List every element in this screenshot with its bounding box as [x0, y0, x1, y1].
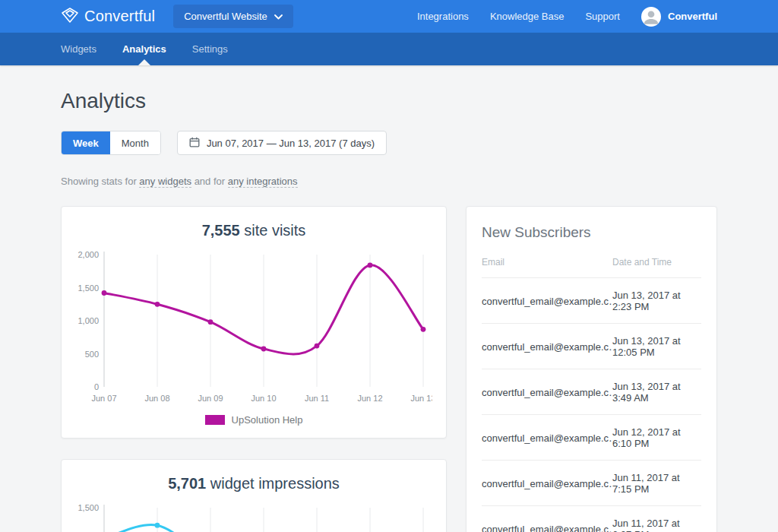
- stats-prefix: Showing stats for: [61, 176, 137, 187]
- subscriber-date: Jun 11, 2017 at 7:15 PM: [612, 472, 701, 495]
- date-range-label: Jun 07, 2017 — Jun 13, 2017 (7 days): [207, 138, 375, 149]
- subscriber-date: Jun 13, 2017 at 3:49 AM: [612, 381, 701, 404]
- week-button[interactable]: Week: [62, 131, 110, 154]
- tab-widgets[interactable]: Widgets: [61, 33, 96, 65]
- range-controls: Week Month Jun 07, 2017 — Jun 13, 2017 (…: [61, 131, 717, 155]
- date-range-picker[interactable]: Jun 07, 2017 — Jun 13, 2017 (7 days): [177, 131, 387, 155]
- subscriber-date: Jun 12, 2017 at 6:10 PM: [612, 426, 701, 449]
- week-month-toggle: Week Month: [61, 131, 161, 155]
- site-visits-chart: 05001,0001,5002,000Jun 07Jun 08Jun 09Jun…: [77, 247, 431, 411]
- table-row: convertful_email@example.c…Jun 13, 2017 …: [482, 369, 701, 415]
- site-selector-label: Convertful Website: [184, 11, 267, 22]
- svg-text:Jun 12: Jun 12: [357, 394, 382, 403]
- header-nav: Integrations Knowledge Base Support Conv…: [417, 7, 717, 27]
- svg-text:1,500: 1,500: [77, 283, 99, 293]
- tab-settings[interactable]: Settings: [192, 33, 228, 65]
- svg-text:Jun 07: Jun 07: [91, 394, 116, 403]
- svg-text:1,000: 1,000: [77, 316, 99, 325]
- new-subscribers-title: New Subscribers: [482, 224, 701, 241]
- nav-link-integrations[interactable]: Integrations: [417, 11, 469, 22]
- email-column-header: Email: [482, 257, 612, 268]
- main-content: Analytics Week Month Jun 07, 2017 — Jun …: [0, 89, 778, 532]
- tab-analytics[interactable]: Analytics: [122, 33, 166, 65]
- subscriber-date: Jun 13, 2017 at 2:23 PM: [612, 290, 701, 312]
- active-tab-caret: [138, 59, 150, 65]
- svg-text:500: 500: [85, 350, 99, 359]
- subscriber-email: convertful_email@example.c…: [482, 341, 612, 353]
- user-name: Convertful: [668, 11, 717, 22]
- widget-impressions-label: widget impressions: [210, 475, 340, 492]
- svg-text:2,000: 2,000: [77, 250, 99, 259]
- widget-impressions-count: 5,701: [168, 475, 206, 492]
- widget-impressions-title: 5,701 widget impressions: [77, 475, 431, 492]
- svg-text:0: 0: [94, 382, 99, 391]
- subscriber-email: convertful_email@example.c…: [482, 478, 612, 489]
- brand-name: Convertful: [84, 8, 155, 25]
- stats-filter-line: Showing stats for any widgets and for an…: [61, 176, 717, 187]
- table-row: convertful_email@example.c…Jun 11, 2017 …: [482, 506, 701, 532]
- new-subscribers-card: New Subscribers Email Date and Time conv…: [466, 206, 717, 532]
- subscriber-email: convertful_email@example.c…: [482, 296, 612, 307]
- svg-text:Jun 09: Jun 09: [198, 394, 223, 403]
- table-row: convertful_email@example.c…Jun 13, 2017 …: [482, 324, 701, 369]
- widget-impressions-chart: 05001,0001,500Jun 07Jun 08Jun 09Jun 10Ju…: [77, 500, 431, 532]
- user-menu[interactable]: Convertful: [641, 7, 717, 27]
- site-selector-dropdown[interactable]: Convertful Website: [173, 5, 293, 28]
- subscriber-date: Jun 11, 2017 at 6:27 PM: [612, 518, 701, 532]
- subscribers-table-header: Email Date and Time: [482, 257, 701, 278]
- widget-impressions-card: 5,701 widget impressions 05001,0001,500J…: [61, 459, 447, 532]
- svg-text:Jun 11: Jun 11: [305, 394, 329, 403]
- nav-link-support[interactable]: Support: [585, 11, 620, 22]
- subscriber-email: convertful_email@example.c…: [482, 432, 612, 444]
- site-visits-count: 7,555: [202, 222, 240, 239]
- stats-middle: and for: [194, 176, 225, 187]
- subscriber-email: convertful_email@example.c…: [482, 387, 612, 398]
- svg-text:1,500: 1,500: [77, 503, 99, 512]
- section-nav: Widgets Analytics Settings: [0, 33, 778, 65]
- table-row: convertful_email@example.c…Jun 11, 2017 …: [482, 461, 701, 506]
- logo[interactable]: Convertful: [61, 7, 155, 27]
- tab-analytics-label: Analytics: [122, 43, 166, 55]
- legend-swatch: [205, 415, 225, 425]
- any-widgets-link[interactable]: any widgets: [139, 176, 191, 188]
- subscriber-date: Jun 13, 2017 at 12:05 PM: [612, 335, 701, 358]
- svg-text:Jun 10: Jun 10: [251, 394, 276, 403]
- site-visits-title: 7,555 site visits: [77, 222, 431, 239]
- logo-gem-icon: [61, 7, 79, 27]
- top-header: Convertful Convertful Website Integratio…: [0, 0, 778, 33]
- subscribers-table-body: convertful_email@example.c…Jun 13, 2017 …: [482, 278, 701, 532]
- table-row: convertful_email@example.c…Jun 13, 2017 …: [482, 278, 701, 324]
- site-visits-label: site visits: [244, 222, 305, 239]
- any-integrations-link[interactable]: any integrations: [228, 176, 298, 188]
- date-column-header: Date and Time: [612, 257, 701, 268]
- month-button[interactable]: Month: [110, 131, 160, 154]
- legend-label: UpSolution Help: [232, 414, 303, 426]
- page-title: Analytics: [61, 89, 717, 113]
- nav-link-knowledge-base[interactable]: Knowledge Base: [490, 11, 565, 22]
- subscriber-email: convertful_email@example.c…: [482, 524, 612, 532]
- site-visits-legend: UpSolution Help: [77, 414, 431, 426]
- chevron-down-icon: [274, 11, 283, 22]
- svg-text:Jun 08: Jun 08: [144, 394, 169, 403]
- calendar-icon: [189, 137, 200, 150]
- site-visits-card: 7,555 site visits 05001,0001,5002,000Jun…: [61, 206, 447, 439]
- avatar: [641, 7, 661, 27]
- svg-text:Jun 13: Jun 13: [410, 394, 432, 403]
- table-row: convertful_email@example.c…Jun 12, 2017 …: [482, 415, 701, 461]
